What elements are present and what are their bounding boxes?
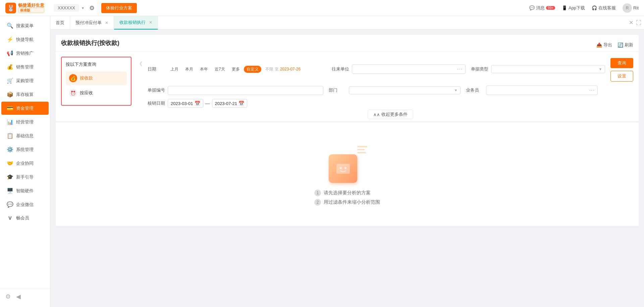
docno-input[interactable] xyxy=(168,86,323,95)
sidebar-item-corp-wx[interactable]: 💬 企业微信 xyxy=(1,198,49,211)
settings-icon[interactable]: ⚙ xyxy=(5,293,11,300)
basic-icon: 📋 xyxy=(7,133,13,139)
staff-dots-icon[interactable]: ··· xyxy=(589,87,595,93)
tab-home[interactable]: 首页 xyxy=(50,16,70,30)
sidebar-item-search-menu[interactable]: 🔍 搜索菜单 xyxy=(1,19,49,32)
empty-hint-1: 1 请先选择要分析的方案 xyxy=(314,190,380,196)
date-btn-custom[interactable]: 自定义 xyxy=(244,66,261,73)
staff-input-wrap[interactable]: ··· xyxy=(486,86,598,95)
dept-select[interactable]: ▾ xyxy=(349,86,461,94)
filter-collapse-button[interactable]: 《 xyxy=(136,59,144,69)
empty-box xyxy=(329,154,357,183)
filter-left-panel: 按以下方案查询 💰 按收款 ⏰ 按应收 xyxy=(61,57,131,106)
sales-icon: 💰 xyxy=(7,64,13,70)
sidebar-item-enterprise[interactable]: 🤝 企业协同 xyxy=(1,157,49,170)
date-btn-last-month[interactable]: 上月 xyxy=(168,66,181,73)
query-buttons: 查询 设置 xyxy=(610,57,633,82)
tab-expand-icon[interactable]: ⛶ xyxy=(636,20,641,26)
export-button[interactable]: 📤 导出 xyxy=(596,42,612,48)
logo-icon: 🐰 xyxy=(5,3,16,13)
sidebar-item-vip[interactable]: V 畅会员 xyxy=(1,212,49,224)
tab-prepay-label: 预付冲应付单 xyxy=(75,20,102,26)
staff-field: 业务员 ··· xyxy=(466,86,598,95)
tab-receipt-close-icon[interactable]: ✕ xyxy=(149,20,152,25)
system-icon: ⚙️ xyxy=(7,146,13,153)
sidebar-label-vip: 畅会员 xyxy=(16,215,29,221)
sidebar-item-inventory[interactable]: 📦 库存核算 xyxy=(1,88,49,101)
doctype-label: 单据类型 xyxy=(471,66,488,72)
app-download-btn[interactable]: 📱 App下载 xyxy=(562,5,585,11)
receipt-option-icon: 💰 xyxy=(69,74,77,82)
query-button[interactable]: 查询 xyxy=(610,58,633,68)
verify-date-label: 核销日期 xyxy=(148,100,165,106)
verify-date-end-input[interactable]: 2023-07-21 📅 xyxy=(212,99,248,108)
filter-row-2: 单据编号 部门 ▾ xyxy=(148,86,633,95)
collapse-more-row: ∧∧ 收起更多条件 xyxy=(148,108,633,121)
dept-field: 部门 ▾ xyxy=(329,86,461,94)
empty-line-1 xyxy=(357,146,367,147)
company-name[interactable]: XXXXXX xyxy=(54,4,79,12)
title-actions: 📤 导出 🔄 刷新 xyxy=(596,42,633,48)
date-btn-this-year[interactable]: 本年 xyxy=(197,66,211,73)
trial-button[interactable]: 体验行业方案 xyxy=(101,3,137,13)
set-button[interactable]: 设置 xyxy=(610,71,633,82)
refresh-icon: 🔄 xyxy=(618,42,623,48)
date-dash: — xyxy=(205,101,210,106)
main-layout: 🔍 搜索菜单 ⚡ 快捷导航 📢 营销推广 💰 销售管理 🛒 采购管理 📦 库存核… xyxy=(0,0,644,307)
sidebar-item-finance[interactable]: 💳 资金管理 xyxy=(1,102,49,115)
dept-label: 部门 xyxy=(329,87,346,93)
chevron-down-icon[interactable]: ▾ xyxy=(82,6,84,10)
date-quick-btns: 上月 本月 本年 近7天 更多 自定义 不限 至 xyxy=(168,66,301,73)
collapse-more-button[interactable]: ∧∧ 收起更多条件 xyxy=(368,110,413,119)
sidebar-item-system[interactable]: ⚙️ 系统管理 xyxy=(1,143,49,156)
operation-icon: 📊 xyxy=(7,119,13,125)
vip-icon: V xyxy=(7,215,13,221)
refresh-label: 刷新 xyxy=(625,42,633,48)
tab-receipt-offset[interactable]: 收款核销执行 ✕ xyxy=(114,16,158,30)
refresh-button[interactable]: 🔄 刷新 xyxy=(618,42,633,48)
calendar-start-icon: 📅 xyxy=(195,101,200,106)
tab-close-all-icon[interactable]: ✕ xyxy=(629,19,633,26)
sidebar-item-operation[interactable]: 📊 经营管理 xyxy=(1,115,49,129)
svg-point-2 xyxy=(344,167,346,169)
partner-field: 往来单位 ··· xyxy=(332,64,466,74)
sidebar-item-basic[interactable]: 📋 基础信息 xyxy=(1,129,49,142)
tab-prepay-reconcile[interactable]: 预付冲应付单 ✕ xyxy=(70,16,114,30)
collapse-sidebar-icon[interactable]: ◀ xyxy=(16,293,21,300)
filter-container: 按以下方案查询 💰 按收款 ⏰ 按应收 《 xyxy=(56,51,639,121)
doctype-select[interactable]: ▾ xyxy=(491,65,605,73)
partner-input-wrap[interactable]: ··· xyxy=(352,64,466,74)
sidebar-item-purchase[interactable]: 🛒 采购管理 xyxy=(1,74,49,87)
filter-option-by-receivable[interactable]: ⏰ 按应收 xyxy=(66,86,127,100)
empty-hint-2: 2 用过滤条件来缩小分析范围 xyxy=(314,199,380,206)
sidebar-item-newbie[interactable]: 🎓 新手引导 xyxy=(1,170,49,184)
date-btn-this-month[interactable]: 本月 xyxy=(182,66,196,73)
sidebar-item-marketing[interactable]: 📢 营销推广 xyxy=(1,47,49,60)
filter-option-by-receipt[interactable]: 💰 按收款 xyxy=(66,71,127,85)
date-no-limit-label: 不限 xyxy=(265,66,273,72)
tab-prepay-close-icon[interactable]: ✕ xyxy=(105,20,108,25)
date-btn-more[interactable]: 更多 xyxy=(229,66,243,73)
message-btn[interactable]: 💬 消息 99+ xyxy=(529,5,555,11)
date-btn-last-7[interactable]: 近7天 xyxy=(212,66,228,73)
partner-dots-icon[interactable]: ··· xyxy=(457,66,463,72)
empty-line-3 xyxy=(357,152,366,153)
top-bar: 🐰 畅捷通好生意 标准版 XXXXXX ▾ ⚙ 体验行业方案 💬 消息 99+ … xyxy=(0,0,644,16)
filter-rows: 日期 上月 本月 本年 近7天 更多 自定义 xyxy=(148,57,633,108)
user-name: Rit xyxy=(633,5,639,10)
user-avatar: R xyxy=(623,3,632,13)
verify-date-start-input[interactable]: 2023-03-01 📅 xyxy=(168,99,203,108)
user-area[interactable]: R Rit xyxy=(623,3,639,13)
filter-row-1: 日期 上月 本月 本年 近7天 更多 自定义 xyxy=(148,57,633,82)
sidebar-label-marketing: 营销推广 xyxy=(16,50,34,56)
online-service-btn[interactable]: 🎧 在线客服 xyxy=(592,5,616,11)
empty-state: 1 请先选择要分析的方案 2 用过滤条件来缩小分析范围 xyxy=(56,122,639,226)
logo-text-area: 畅捷通好生意 标准版 xyxy=(18,3,44,13)
sidebar-item-sales[interactable]: 💰 销售管理 xyxy=(1,60,49,73)
sidebar-label-basic: 基础信息 xyxy=(16,133,34,139)
gear-icon[interactable]: ⚙ xyxy=(89,4,95,12)
calendar-end-icon: 📅 xyxy=(238,101,244,106)
message-icon: 💬 xyxy=(529,5,535,10)
sidebar-item-smart-hw[interactable]: 🖥️ 智能硬件 xyxy=(1,184,49,197)
sidebar-item-quick-nav[interactable]: ⚡ 快捷导航 xyxy=(1,33,49,46)
